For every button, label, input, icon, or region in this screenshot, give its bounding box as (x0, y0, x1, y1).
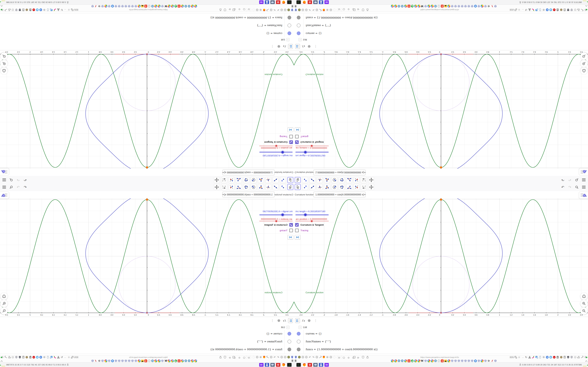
favicon-poly-icon[interactable] (454, 359, 457, 362)
function-fx-icon[interactable]: f x (282, 318, 287, 323)
browser-wrench-icon[interactable] (266, 8, 269, 11)
collapse-button[interactable]: − (299, 326, 302, 329)
favicon-G-icon[interactable]: G (447, 5, 450, 8)
favicon-G-icon[interactable]: G (104, 359, 107, 362)
favicon-poly-icon[interactable] (484, 5, 487, 8)
extension-gear-icon[interactable] (43, 356, 46, 359)
tool-polygon[interactable] (324, 177, 330, 183)
extension-plus-blue-icon[interactable] (39, 356, 42, 359)
tool-perpendicular-line[interactable] (265, 177, 271, 183)
browser-redo-arc-icon[interactable]: ↷ (312, 8, 315, 11)
browser-map-pin-icon[interactable] (291, 8, 294, 11)
search-icon[interactable] (575, 178, 579, 182)
ring-ring-dot-icon[interactable] (337, 8, 341, 11)
arc-position-slider-thumb[interactable] (310, 220, 313, 223)
collapse-button[interactable]: − (286, 326, 289, 329)
extension-mouse-oval-icon[interactable] (539, 356, 542, 359)
algebra-row-funcnames[interactable]: funcNames = {" "} (0, 21, 294, 29)
redo-icon[interactable]: ↷ (16, 185, 20, 189)
favicon-G-icon[interactable]: G (414, 359, 417, 362)
extension-shield-badge-icon[interactable] (15, 8, 18, 11)
browser-firefox-icon[interactable] (322, 356, 325, 359)
favicon-green-icon[interactable] (411, 359, 414, 362)
settings-gear-icon[interactable] (307, 44, 311, 49)
browser-globe-icon[interactable] (270, 8, 273, 11)
favicon-poly-icon[interactable] (108, 359, 111, 362)
extension-gear-icon[interactable] (542, 8, 545, 11)
favicon-poly-icon[interactable] (477, 5, 480, 8)
browser-undo-arc-icon[interactable]: ↶ (277, 8, 280, 11)
taskbar-firefox-icon[interactable] (302, 0, 306, 4)
tool-slider[interactable]: a = 2 (221, 177, 227, 183)
redo-icon[interactable]: ↷ (16, 178, 20, 182)
tool-reflect-about-line[interactable] (229, 184, 234, 190)
taskbar-monitor-app-icon[interactable] (270, 363, 275, 367)
favicon-info-icon[interactable]: i (148, 359, 151, 362)
nav-shield-outline-icon[interactable] (224, 356, 226, 359)
search-icon[interactable] (575, 185, 579, 189)
extension-star-icon[interactable]: ☆ (67, 8, 70, 11)
zoom-level-badge[interactable]: 81% (510, 8, 514, 11)
favicon-W-icon[interactable]: W (164, 5, 167, 8)
favicon-green-icon[interactable] (174, 359, 177, 362)
nav-arrow-left-icon[interactable]: ← (228, 356, 231, 359)
algebra-row-funcs[interactable]: funcs = {1.000000000000 + cos(4.00000000… (0, 13, 294, 21)
favicon-ya-icon[interactable]: Я (407, 359, 410, 362)
favicon-poly-icon[interactable] (461, 5, 464, 8)
favicon-G-icon[interactable]: G (414, 5, 417, 8)
favicon-G-icon[interactable]: G (391, 5, 394, 8)
favicon-poly-icon[interactable] (457, 359, 460, 362)
arc-length-slider-thumb[interactable] (281, 213, 285, 217)
menu-icon[interactable] (582, 185, 586, 189)
tool-polygon[interactable] (324, 184, 330, 190)
favicon-G-icon[interactable]: G (171, 5, 174, 8)
zoom-level-badge[interactable]: 81% (74, 356, 78, 359)
favicon-poly-icon[interactable] (131, 5, 134, 8)
extension-arrow-right-icon[interactable]: → (521, 356, 524, 359)
favicon-info-icon[interactable]: i (148, 5, 151, 8)
tool-angle[interactable]: α (346, 177, 352, 183)
tool-line[interactable] (273, 177, 279, 183)
extension-marker-pen-icon[interactable] (532, 356, 535, 359)
extension-globe-color-icon[interactable] (560, 356, 563, 359)
browser-globe-icon[interactable] (305, 356, 308, 359)
tool-line[interactable] (273, 184, 279, 190)
url-text[interactable]: https://www.geogebra.org/classic/aagcxh3… (129, 356, 168, 358)
favicon-ya-icon[interactable]: Я (407, 5, 410, 8)
extension-translate-blue-icon[interactable]: A文 (50, 356, 53, 359)
taskbar-purple-app-icon[interactable] (324, 0, 329, 4)
extension-down-blue-icon[interactable] (36, 8, 39, 11)
favicon-W-icon[interactable]: W (421, 359, 424, 362)
extension-translate-blue-icon[interactable]: A文 (535, 8, 538, 11)
visibility-circle-funcnames[interactable] (297, 24, 301, 27)
extension-arrow-right-icon[interactable]: → (521, 8, 524, 11)
browser-globe-icon[interactable] (280, 356, 283, 359)
taskbar-purple-app-icon[interactable] (324, 363, 329, 367)
visibility-circle-funcs[interactable] (287, 16, 291, 19)
browser-firefox-icon[interactable] (322, 8, 325, 11)
graphics-view[interactable]: -2.4-2.2-2-1.8-1.6-1.4-1.2-1-0.8-0.6-0.4… (0, 198, 294, 317)
taskbar-floppy-64-icon[interactable]: 64 (319, 0, 323, 4)
collapse-button[interactable]: − (299, 38, 302, 41)
extension-record-red-icon[interactable]: TEF (553, 8, 556, 11)
favicon-ya-icon[interactable]: Я (178, 5, 181, 8)
tool-move[interactable] (287, 184, 293, 190)
favicon-poly-icon[interactable] (128, 5, 131, 8)
favicon-G-icon[interactable]: G (104, 5, 107, 8)
favicon-info-icon[interactable]: i (437, 359, 440, 362)
favicon-W-icon[interactable]: W (164, 359, 167, 362)
favicon-poly-icon[interactable] (161, 359, 164, 362)
favicon-green-icon[interactable] (174, 5, 177, 8)
favicon-dot-icon[interactable] (151, 359, 154, 362)
extension-plus-blue-icon[interactable] (39, 8, 42, 11)
extension-translate-gray-icon[interactable]: A文 (71, 356, 74, 359)
favicon-G-icon[interactable]: G (404, 359, 407, 362)
tool-conic-five-points[interactable] (243, 177, 249, 183)
favicon-gear-dark-icon[interactable] (487, 359, 490, 362)
favicon-G-icon[interactable]: G (194, 5, 197, 8)
more-kebab-icon[interactable]: ⋮ (313, 318, 318, 323)
extension-wrench-icon[interactable] (581, 356, 584, 359)
favicon-G-icon[interactable]: G (154, 359, 157, 362)
favicon-pic-icon[interactable] (444, 359, 447, 362)
extension-star-icon[interactable]: ☆ (518, 356, 521, 359)
